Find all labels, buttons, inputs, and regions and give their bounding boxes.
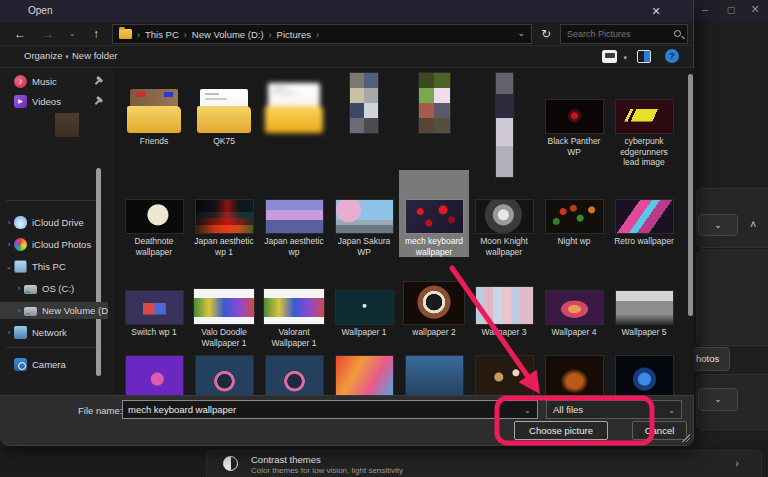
forward-button[interactable]: → — [38, 24, 58, 44]
file-item[interactable]: cyberpunk edgerunners lead image — [609, 68, 679, 168]
sidebar-item-icloud-photos[interactable]: ›iCloud Photos — [0, 236, 108, 253]
file-item[interactable] — [469, 366, 539, 395]
file-item[interactable]: Japan Sakura WP — [329, 170, 399, 257]
file-item[interactable]: Wallpaper 3 — [469, 272, 539, 348]
retro-wallpaper-thumbnail — [616, 200, 673, 233]
file-item[interactable]: Retro wallpaper — [609, 170, 679, 257]
sidebar-item-videos[interactable]: ▶Videos — [0, 93, 108, 110]
file-label: Japan Sakura WP — [331, 236, 397, 257]
close-icon[interactable]: ✕ — [647, 3, 665, 19]
file-item[interactable] — [119, 366, 189, 395]
caret-down-icon[interactable]: ▾ — [623, 54, 627, 62]
switch-wp-1-thumbnail — [126, 291, 183, 324]
expander-icon[interactable]: › — [14, 306, 24, 315]
file-item[interactable]: Night wp — [539, 170, 609, 257]
up-button[interactable]: ↑ — [86, 24, 106, 44]
settings-dropdown-button[interactable]: ⌄ — [698, 388, 738, 411]
cancel-button[interactable]: Cancel — [632, 421, 687, 440]
file-label: cyberpunk edgerunners lead image — [611, 136, 677, 168]
thumbnail-wrap — [329, 272, 399, 324]
chevron-down-icon[interactable]: ⌄ — [517, 28, 525, 38]
japan-aesthetic-wp-1-thumbnail — [196, 200, 253, 233]
file-item[interactable] — [399, 68, 469, 168]
file-type-select[interactable]: All files ⌄ — [546, 400, 682, 419]
minimize-icon[interactable]: – — [694, 3, 716, 15]
file-item[interactable]: Black Panther WP — [539, 68, 609, 168]
expander-icon[interactable]: ⌄ — [4, 262, 14, 271]
choose-picture-button[interactable]: Choose picture — [514, 421, 608, 440]
file-item[interactable] — [189, 366, 259, 395]
sidebar-item-music[interactable]: ♪Music — [0, 73, 108, 90]
file-item[interactable]: Wallpaper 5 — [609, 272, 679, 348]
file-item[interactable]: mech keyboard wallpaper — [399, 170, 469, 257]
sidebar-item-camera[interactable]: Camera — [0, 356, 108, 373]
new-folder-button[interactable]: New folder — [72, 50, 117, 61]
maximize-icon[interactable]: ▢ — [720, 5, 742, 15]
dialog-titlebar[interactable]: Open ✕ — [0, 0, 693, 22]
blurred-image-thumbnail — [196, 356, 253, 395]
search-box[interactable] — [560, 24, 688, 44]
file-name-input[interactable] — [122, 400, 538, 419]
search-input[interactable] — [565, 26, 665, 42]
breadcrumb-separator: › — [134, 30, 143, 40]
thumbnail-wrap — [329, 170, 399, 233]
folder-item[interactable]: QK75 — [189, 68, 259, 168]
camera-icon — [14, 358, 27, 371]
sidebar-item-new-volume-d[interactable]: ›New Volume (D:) — [0, 302, 108, 319]
file-item[interactable]: Wallpaper 4 — [539, 272, 609, 348]
japan-aesthetic-wp-thumbnail — [266, 200, 323, 233]
help-icon[interactable]: ? — [665, 49, 679, 63]
file-item[interactable]: wallpaper 2 — [399, 272, 469, 348]
sidebar-item-this-pc[interactable]: ⌄This PC — [0, 258, 108, 275]
file-item[interactable] — [329, 68, 399, 168]
file-item[interactable] — [329, 366, 399, 395]
settings-dropdown-button[interactable]: ⌄ — [698, 214, 738, 236]
file-item[interactable] — [399, 366, 469, 395]
preview-pane-icon[interactable] — [637, 50, 651, 63]
contrast-themes-row[interactable]: Contrast themes Color themes for low vis… — [206, 450, 762, 477]
cyberpunk-edgerunners-lead-image-thumbnail — [616, 100, 673, 133]
expander-icon[interactable]: › — [14, 284, 24, 293]
breadcrumb-item[interactable]: This PC — [143, 29, 181, 40]
chevron-up-icon[interactable]: ˄ — [750, 218, 756, 230]
file-item[interactable] — [539, 366, 609, 395]
folder-item[interactable]: Friends — [119, 68, 189, 168]
expander-icon[interactable]: › — [4, 328, 14, 337]
organize-button[interactable]: Organize ▾ — [24, 50, 69, 61]
sidebar-item-icloud-drive[interactable]: ›iCloud Drive — [0, 214, 108, 231]
folder-item[interactable] — [259, 68, 329, 168]
file-item[interactable]: Wallpaper 1 — [329, 272, 399, 348]
recent-locations-button[interactable]: ⌄ — [62, 24, 82, 44]
expander-icon[interactable]: › — [4, 218, 14, 227]
thumbnail-wrap — [399, 170, 469, 233]
breadcrumb[interactable]: ›This PC›New Volume (D:)›Pictures› ⌄ — [112, 24, 532, 44]
file-item[interactable] — [609, 366, 679, 395]
contrast-subtitle: Color themes for low vision, light sensi… — [251, 466, 403, 475]
resize-grip[interactable] — [682, 434, 690, 442]
chevron-down-icon[interactable]: ⌄ — [524, 406, 531, 415]
expander-icon[interactable]: › — [4, 240, 14, 249]
view-mode-icon[interactable] — [602, 50, 617, 63]
back-button[interactable]: ← — [10, 24, 30, 44]
blurred-image-thumbnail — [336, 356, 393, 395]
sidebar-item-os-c[interactable]: ›OS (C:) — [0, 280, 108, 297]
breadcrumb-item[interactable]: New Volume (D:) — [190, 29, 266, 40]
file-item[interactable]: Deathnote wallpaper — [119, 170, 189, 257]
thumbnail-wrap — [609, 366, 679, 395]
file-item[interactable]: Japan aesthetic wp 1 — [189, 170, 259, 257]
drive-icon — [24, 307, 37, 316]
file-item[interactable] — [259, 366, 329, 395]
breadcrumb-item[interactable]: Pictures — [275, 29, 313, 40]
breadcrumb-separator: › — [266, 30, 275, 40]
sidebar-item-network[interactable]: ›Network — [0, 324, 108, 341]
refresh-button[interactable]: ↻ — [536, 24, 556, 44]
file-item[interactable]: Switch wp 1 — [119, 272, 189, 348]
browse-photos-button[interactable]: hotos — [692, 347, 730, 371]
file-item[interactable]: Japan aesthetic wp — [259, 170, 329, 257]
sidebar-item-label: Camera — [32, 359, 66, 370]
close-icon[interactable]: ✕ — [744, 3, 766, 16]
file-item[interactable]: Valo Doodle Wallpaper 1 — [189, 272, 259, 348]
file-item[interactable] — [469, 68, 539, 168]
file-item[interactable]: Valorant Wallpaper 1 — [259, 272, 329, 348]
file-item[interactable]: Moon Knight wallpaper — [469, 170, 539, 257]
